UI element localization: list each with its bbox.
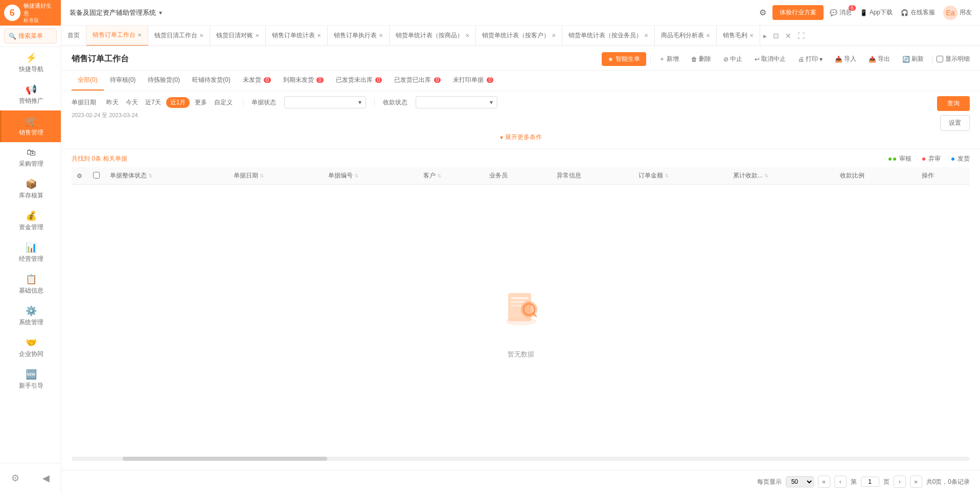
sub-tab-overdue-not-shipped[interactable]: 到期未发货 0 (277, 71, 330, 91)
col-doc-status[interactable]: 单据整体状态 (105, 167, 229, 185)
date-option-7days[interactable]: 近7天 (143, 97, 163, 108)
date-option-today[interactable]: 今天 (124, 97, 140, 108)
sidebar-item-quick-nav[interactable]: ⚡ 快捷导航 (0, 47, 61, 79)
prev-page-button[interactable]: ‹ (834, 476, 847, 488)
tab-sales-workbench-close[interactable]: ✕ (138, 32, 142, 38)
sub-tab-not-printed[interactable]: 未打印单据 0 (447, 71, 499, 91)
cancel-stop-button[interactable]: ↩ 取消中止 (750, 53, 790, 65)
col-exception-info[interactable]: 异常信息 (552, 167, 633, 185)
query-button[interactable]: 查询 (937, 96, 970, 111)
col-checkbox[interactable] (88, 167, 105, 185)
sidebar-item-finance[interactable]: 💰 资金管理 (0, 205, 61, 237)
col-customer[interactable]: 客户 (418, 167, 484, 185)
col-payment-ratio[interactable]: 收款比例 (835, 167, 917, 185)
tab-margin-close[interactable]: ✕ (706, 33, 710, 38)
sub-tab-all[interactable]: 全部(0) (72, 71, 104, 91)
tab-new-window-button[interactable]: ⊡ (770, 32, 782, 40)
tab-sales-product-close[interactable]: ✕ (465, 33, 469, 38)
tab-sales-stats[interactable]: 销售订单统计表 ✕ (266, 26, 328, 46)
tab-sales-staff-close[interactable]: ✕ (644, 33, 648, 38)
add-button[interactable]: ＋ 新增 (655, 53, 683, 65)
tab-cash-reconcile[interactable]: 钱货日清对账 ✕ (210, 26, 266, 46)
filter-settings-button[interactable]: 设置 (940, 115, 970, 131)
delete-button[interactable]: 🗑 删除 (687, 53, 715, 65)
per-page-select[interactable]: 50 20 100 (786, 476, 814, 487)
sidebar-item-operations[interactable]: 📊 经营管理 (0, 237, 61, 268)
message-button[interactable]: 💬 消息 6 (830, 8, 852, 17)
export-button[interactable]: 📤 导出 (864, 53, 894, 65)
import-button[interactable]: 📥 导入 (831, 53, 860, 65)
status-filter-select[interactable]: ▾ (284, 96, 366, 108)
tab-sales-stats-close[interactable]: ✕ (317, 33, 321, 38)
search-menu-button[interactable]: 🔍 搜索菜单 (4, 29, 57, 43)
settings-bottom-button[interactable]: ⚙ (11, 467, 19, 489)
sub-tab-shipped-not-outbound[interactable]: 已发货未出库 0 (330, 71, 389, 91)
sidebar-item-sales[interactable]: 🛒 销售管理 (0, 110, 61, 142)
select-all-checkbox[interactable] (93, 172, 100, 178)
scroll-thumb[interactable] (123, 457, 327, 461)
next-page-button[interactable]: › (894, 476, 906, 488)
col-order-amount[interactable]: 订单金额 (633, 167, 728, 185)
tab-close-all-button[interactable]: ✕ (782, 32, 794, 40)
print-button[interactable]: 🖨 打印 ▾ (794, 53, 827, 65)
sub-tab-pending-pick[interactable]: 待拣验货(0) (142, 71, 186, 91)
bulk-audit-button[interactable]: 审核 (888, 154, 911, 163)
show-detail-checkbox[interactable] (937, 56, 943, 62)
tab-sales-staff-stats[interactable]: 销货单统计表（按业务员） ✕ (562, 26, 655, 46)
tab-sales-workbench[interactable]: 销售订单工作台 ✕ (86, 26, 148, 46)
tab-cash-clearing[interactable]: 钱货日清工作台 ✕ (148, 26, 210, 46)
tab-sales-margin[interactable]: 销售毛利 ✕ (717, 26, 760, 46)
tab-margin-analysis[interactable]: 商品毛利分析表 ✕ (655, 26, 717, 46)
tab-sales-product-stats[interactable]: 销货单统计表（按商品） ✕ (390, 26, 476, 46)
sidebar-item-marketing[interactable]: 📢 营销推广 (0, 79, 61, 110)
bulk-revoke-button[interactable]: 弃审 (918, 154, 941, 163)
col-sales-rep[interactable]: 业务员 (484, 167, 552, 185)
expand-conditions-button[interactable]: ▾ 展开更多条件 (500, 133, 542, 142)
sub-tab-shipped-outbound[interactable]: 已发货已出库 0 (388, 71, 447, 91)
refresh-button[interactable]: 🔄 刷新 (898, 53, 928, 65)
tab-cash-clearing-close[interactable]: ✕ (199, 33, 203, 38)
collapse-button[interactable]: ◀ (42, 467, 50, 489)
sub-tab-shop-pending-ship[interactable]: 旺铺待发货(0) (186, 71, 237, 91)
user-menu-button[interactable]: Ea 用友 (943, 6, 972, 20)
sidebar-item-inventory[interactable]: 📦 库存核算 (0, 173, 61, 205)
date-option-yesterday[interactable]: 昨天 (104, 97, 121, 108)
first-page-button[interactable]: « (818, 476, 830, 488)
stop-button[interactable]: ⊘ 中止 (719, 53, 746, 65)
tab-cash-reconcile-close[interactable]: ✕ (255, 33, 259, 38)
sidebar-item-purchase[interactable]: 🛍 采购管理 (0, 142, 61, 173)
smart-generate-button[interactable]: ★ 智能生单 (602, 52, 646, 66)
tab-home[interactable]: 首页 (61, 26, 86, 46)
sub-tab-pending-review[interactable]: 待审核(0) (104, 71, 142, 91)
sidebar-item-basic-info[interactable]: 📋 基础信息 (0, 268, 61, 300)
col-settings[interactable]: ⚙ (72, 167, 88, 185)
horizontal-scrollbar[interactable] (72, 457, 970, 461)
col-doc-number[interactable]: 单据编号 (323, 167, 418, 185)
sidebar-item-enterprise[interactable]: 🤝 企业协同 (0, 332, 61, 364)
date-option-more[interactable]: 更多 (193, 97, 209, 108)
tab-sales-customer-close[interactable]: ✕ (552, 33, 556, 38)
col-cumulative-payment[interactable]: 累计收款... (728, 167, 835, 185)
topbar-settings-icon[interactable]: ⚙ (759, 8, 766, 17)
tab-fullscreen-button[interactable]: ⛶ (794, 32, 808, 40)
sidebar-item-guide[interactable]: 🆕 新手引导 (0, 364, 61, 395)
date-option-1month[interactable]: 近1月 (166, 97, 190, 108)
date-option-custom[interactable]: 自定义 (212, 97, 235, 108)
sub-tab-not-shipped[interactable]: 未发货 0 (237, 71, 277, 91)
col-operations[interactable]: 操作 (917, 167, 970, 185)
sidebar-item-system[interactable]: ⚙️ 系统管理 (0, 300, 61, 332)
tab-sales-exec-close[interactable]: ✕ (379, 33, 383, 38)
online-service-button[interactable]: 🎧 在线客服 (901, 8, 935, 17)
tab-sales-margin-close[interactable]: ✕ (749, 33, 754, 38)
page-number-input[interactable] (861, 477, 879, 487)
app-download-button[interactable]: 📱 App下载 (860, 8, 893, 17)
show-detail-checkbox-label[interactable]: 显示明细 (937, 55, 970, 63)
tab-sales-exec[interactable]: 销售订单执行表 ✕ (328, 26, 390, 46)
col-doc-date[interactable]: 单据日期 (229, 167, 323, 185)
last-page-button[interactable]: » (910, 476, 922, 488)
bulk-ship-button[interactable]: 发货 (947, 154, 970, 163)
industry-solution-button[interactable]: 体验行业方案 (772, 5, 824, 20)
system-title-dropdown[interactable]: ▾ (159, 9, 162, 16)
payment-filter-select[interactable]: ▾ (416, 96, 497, 108)
tab-more-button[interactable]: ▸ (760, 32, 770, 40)
